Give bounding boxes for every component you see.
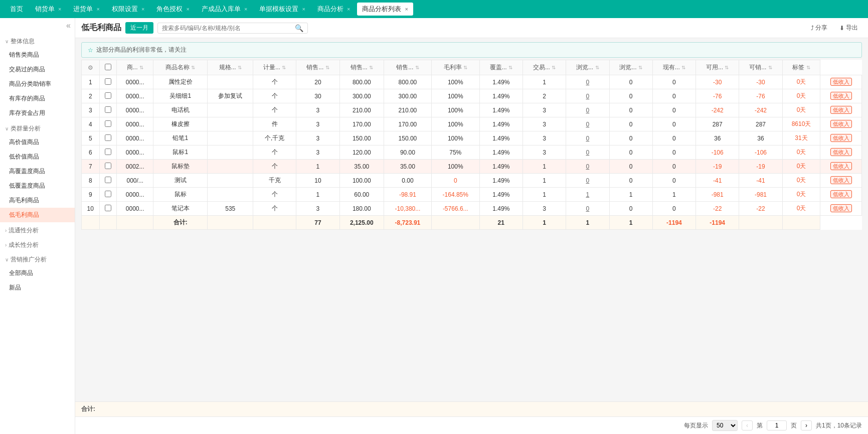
nav-item-商品分析[interactable]: 商品分析 × bbox=[312, 3, 355, 16]
next-page-button[interactable]: › bbox=[801, 420, 812, 430]
row-trade[interactable]: 0 bbox=[566, 160, 609, 174]
filter-month-button[interactable]: 近一月 bbox=[125, 22, 153, 34]
sidebar-group-3[interactable]: ›成长性分析 bbox=[0, 237, 75, 251]
close-tab-icon[interactable]: × bbox=[57, 6, 61, 12]
select-all-checkbox[interactable] bbox=[105, 64, 111, 70]
per-page-select[interactable]: 2050100 bbox=[712, 420, 738, 431]
nav-item-首页[interactable]: 首页 bbox=[5, 3, 28, 16]
col-spec[interactable]: 规格... ⇅ bbox=[208, 60, 253, 75]
col-sale-qty[interactable]: 销售... ⇅ bbox=[296, 60, 339, 75]
row-checkbox-input[interactable] bbox=[105, 78, 111, 85]
row-checkbox-input[interactable] bbox=[105, 205, 111, 211]
row-trade[interactable]: 0 bbox=[566, 131, 609, 146]
sidebar-item-库存资金占用[interactable]: 库存资金占用 bbox=[0, 106, 75, 120]
nav-item-商品分析列表[interactable]: 商品分析列表 × bbox=[357, 3, 413, 16]
col-browse2[interactable]: 浏览... ⇅ bbox=[609, 60, 652, 75]
col-browse1[interactable]: 浏览... ⇅ bbox=[566, 60, 609, 75]
col-gross-rate[interactable]: 毛利率 ⇅ bbox=[431, 60, 479, 75]
close-tab-icon[interactable]: × bbox=[95, 6, 99, 12]
row-trade[interactable]: 0 bbox=[566, 75, 609, 89]
nav-item-权限设置[interactable]: 权限设置 × bbox=[107, 3, 149, 16]
sidebar-item-全部商品[interactable]: 全部商品 bbox=[0, 266, 75, 280]
row-trade[interactable]: 0 bbox=[566, 117, 609, 131]
sidebar-group-0[interactable]: ∨整体信息 bbox=[0, 33, 75, 48]
table-wrapper[interactable]: ⚙ 商... ⇅ 商品名称 ⇅ 规格... ⇅ 计量... ⇅ 销售... ⇅ … bbox=[75, 60, 868, 401]
sidebar-item-低价值商品[interactable]: 低价值商品 bbox=[0, 150, 75, 164]
row-checkbox[interactable] bbox=[99, 131, 117, 146]
close-tab-icon[interactable]: × bbox=[345, 6, 350, 12]
nav-item-产成品入库单[interactable]: 产成品入库单 × bbox=[197, 3, 252, 16]
close-tab-icon[interactable]: × bbox=[243, 6, 247, 12]
row-checkbox[interactable] bbox=[99, 174, 117, 188]
close-tab-icon[interactable]: × bbox=[140, 6, 144, 12]
page-number-input[interactable] bbox=[767, 420, 787, 430]
col-name[interactable]: 商品名称 ⇅ bbox=[153, 60, 208, 75]
col-checkbox[interactable] bbox=[99, 60, 117, 75]
search-input[interactable] bbox=[162, 25, 295, 32]
col-sale-price[interactable]: 销售... ⇅ bbox=[339, 60, 384, 75]
col-trade[interactable]: 交易... ⇅ bbox=[523, 60, 566, 75]
row-checkbox-input[interactable] bbox=[105, 191, 111, 197]
row-checkbox-input[interactable] bbox=[105, 92, 111, 99]
col-settings[interactable]: ⚙ bbox=[82, 60, 100, 75]
nav-item-进货单[interactable]: 进货单 × bbox=[68, 3, 104, 16]
sidebar-group-2[interactable]: ›流通性分析 bbox=[0, 222, 75, 237]
sidebar-group-1[interactable]: ∨类群量分析 bbox=[0, 120, 75, 135]
row-trade[interactable]: 0 bbox=[566, 89, 609, 103]
nav-item-销货单[interactable]: 销货单 × bbox=[30, 3, 66, 16]
row-checkbox[interactable] bbox=[99, 89, 117, 103]
col-current[interactable]: 现有... ⇅ bbox=[652, 60, 696, 75]
row-trade[interactable]: 1 bbox=[566, 188, 609, 202]
sidebar-collapse-button[interactable]: « bbox=[0, 18, 75, 33]
row-checkbox-input[interactable] bbox=[105, 149, 111, 155]
row-checkbox[interactable] bbox=[99, 117, 117, 131]
row-checkbox[interactable] bbox=[99, 188, 117, 202]
sidebar-item-有库存的商品[interactable]: 有库存的商品 bbox=[0, 91, 75, 106]
sidebar-item-低覆盖度商品[interactable]: 低覆盖度商品 bbox=[0, 179, 75, 193]
share-button[interactable]: ⤴ 分享 bbox=[807, 22, 831, 34]
sidebar-item-新品[interactable]: 新品 bbox=[0, 280, 75, 295]
col-cover[interactable]: 覆盖... ⇅ bbox=[479, 60, 523, 75]
col-sale-amount[interactable]: 销售... ⇅ bbox=[384, 60, 432, 75]
col-sellable[interactable]: 可销... ⇅ bbox=[739, 60, 782, 75]
row-browse2: 0 bbox=[652, 160, 696, 174]
row-code: 0000... bbox=[117, 131, 153, 146]
sidebar-item-高毛利商品[interactable]: 高毛利商品 bbox=[0, 193, 75, 208]
sidebar-group-4[interactable]: ∨营销推广分析 bbox=[0, 251, 75, 266]
row-checkbox-input[interactable] bbox=[105, 106, 111, 113]
sidebar-item-高覆盖度商品[interactable]: 高覆盖度商品 bbox=[0, 164, 75, 179]
col-tag[interactable]: 标签 ⇅ bbox=[782, 60, 820, 75]
col-code[interactable]: 商... ⇅ bbox=[117, 60, 153, 75]
row-trade[interactable]: 0 bbox=[566, 174, 609, 188]
close-tab-icon[interactable]: × bbox=[403, 6, 408, 12]
sidebar-item-商品分类助销率[interactable]: 商品分类助销率 bbox=[0, 77, 75, 91]
sidebar-item-交易过的商品[interactable]: 交易过的商品 bbox=[0, 62, 75, 77]
col-unit[interactable]: 计量... ⇅ bbox=[253, 60, 296, 75]
row-checkbox[interactable] bbox=[99, 202, 117, 216]
row-checkbox[interactable] bbox=[99, 75, 117, 89]
col-available[interactable]: 可用... ⇅ bbox=[696, 60, 739, 75]
row-trade[interactable]: 0 bbox=[566, 146, 609, 160]
row-checkbox[interactable] bbox=[99, 146, 117, 160]
close-tab-icon[interactable]: × bbox=[300, 6, 305, 12]
search-icon[interactable]: 🔍 bbox=[295, 24, 303, 32]
export-button[interactable]: ⬇ 导出 bbox=[835, 22, 862, 34]
row-name: 测试 bbox=[153, 174, 208, 188]
close-tab-icon[interactable]: × bbox=[185, 6, 189, 12]
sidebar-item-低毛利商品[interactable]: 低毛利商品 bbox=[0, 208, 75, 222]
sidebar-item-高价值商品[interactable]: 高价值商品 bbox=[0, 135, 75, 150]
row-checkbox[interactable] bbox=[99, 103, 117, 117]
row-checkbox-input[interactable] bbox=[105, 134, 111, 141]
nav-item-角色授权[interactable]: 角色授权 × bbox=[151, 3, 194, 16]
row-price: 170.00 bbox=[339, 117, 384, 131]
row-checkbox[interactable] bbox=[99, 160, 117, 174]
row-available: -106 bbox=[739, 146, 782, 160]
row-checkbox-input[interactable] bbox=[105, 120, 111, 127]
row-checkbox-input[interactable] bbox=[105, 177, 111, 183]
row-trade[interactable]: 0 bbox=[566, 103, 609, 117]
nav-item-单据模板设置[interactable]: 单据模板设置 × bbox=[254, 3, 310, 16]
row-trade[interactable]: 0 bbox=[566, 202, 609, 216]
sidebar-item-销售类商品[interactable]: 销售类商品 bbox=[0, 48, 75, 62]
row-checkbox-input[interactable] bbox=[105, 163, 111, 169]
prev-page-button[interactable]: ‹ bbox=[742, 420, 753, 430]
